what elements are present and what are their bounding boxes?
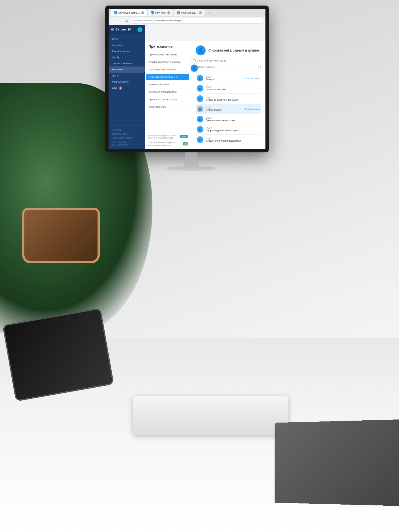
invitation-item-email[interactable]: Email или номер телефона (145, 58, 191, 66)
dept-item-type-3: ОТДЕЛ (206, 107, 242, 109)
dept-panel-title: С привязкой к отделу и группе (208, 48, 259, 52)
invitation-menu: Приглашение по ссылке Email или номер те… (145, 51, 191, 131)
sidebar-footer-help[interactable]: ПОМОЩЬ (112, 128, 141, 132)
dept-item-lendly[interactable]: 👥 ОТДЕЛ Лендли Выбрать отдел (196, 73, 261, 83)
department-panel: 👤 С привязкой к отделу и группе Выбрать … (191, 41, 265, 149)
address-bar[interactable]: b24-eger15.bitrix24.ru/company/vis_struc… (131, 18, 263, 24)
new-tab-button[interactable]: + (207, 10, 212, 15)
dept-search-input[interactable] (196, 64, 259, 70)
dept-item-name-4: Привлечение инвесторов (206, 119, 260, 122)
sidebar-item-contacts[interactable]: Контакты (109, 42, 145, 48)
dept-item-support[interactable]: 👥 ОТДЕЛ Отдел технической поддержки (196, 135, 261, 145)
search-floating-icon[interactable]: 🔍 (191, 56, 198, 63)
dept-item-type-2: ОТДЕЛ (206, 96, 260, 98)
sidebar-header: ☰ Битрикс 24 × (109, 25, 145, 34)
sidebar-footer-site[interactable]: СОЗДАТЬ САЙТ (112, 132, 141, 136)
tab-close-structure[interactable]: × (141, 11, 144, 14)
tab-icon-myplan: 24 (151, 11, 154, 14)
dept-item-info-6: ОТДЕЛ Отдел технической поддержки (206, 137, 260, 142)
dept-search-cursor: | (260, 66, 261, 68)
invitation-item-link[interactable]: Приглашение по ссылке (145, 51, 191, 58)
dept-select-btn-3[interactable]: Выбрать отдел (244, 108, 260, 110)
tab-plan[interactable]: 🌐 Плана внедрения Битрикс... × (174, 9, 204, 16)
dept-item-name-5: Сопровождение инвесторов (206, 129, 260, 132)
registered-count: 4 (183, 142, 188, 145)
dept-item-icon-6: 👥 (197, 136, 203, 143)
invitation-item-ad[interactable]: Active Directory (145, 103, 191, 111)
sidebar-item-meetings[interactable]: Мои собрания (109, 79, 145, 85)
dept-item-type-4: ОТДЕЛ (206, 117, 260, 119)
invitation-bottom: На вашем тарифном плане доступно пользов… (145, 131, 191, 149)
notebook (275, 420, 399, 506)
monitor-stand (181, 152, 201, 166)
invitation-item-dept[interactable]: С привязкой к отделу и г... (146, 74, 189, 80)
keyboard (133, 396, 288, 435)
dept-item-sales[interactable]: 👥 ОТДЕЛ Отдел продаж Выбрать отдел (196, 104, 261, 114)
tab-myplan[interactable]: 24 Мой план × (148, 9, 173, 16)
dept-item-icon-0: 👥 (197, 75, 203, 81)
plan-count: 100 (180, 135, 188, 138)
invitation-item-extranet[interactable]: Экстранет-пользователь (145, 88, 191, 96)
forward-button[interactable]: → (117, 18, 123, 24)
dept-item-marketing[interactable]: 👥 ОТДЕЛ Отдел маркетинга (196, 83, 261, 94)
dept-item-info-1: ОТДЕЛ Отдел маркетинга (206, 86, 260, 91)
dept-item-info-0: ОТДЕЛ Лендли (206, 76, 242, 81)
monitor-screen: 24 Структура компании × 24 Мой план × 🌐 … (109, 9, 265, 149)
sidebar-footer-invite[interactable]: ПРИГЛАСИТЬ СОТРУДНИКОВ (112, 140, 141, 147)
address-text: b24-eger15.bitrix24.ru/company/vis_struc… (133, 19, 182, 22)
dept-item-icon-5: 👥 (197, 126, 203, 133)
sidebar-more-badge: 1 (119, 86, 122, 90)
sidebar-item-tasks[interactable]: Задачи и Проекты (109, 60, 145, 66)
menu-icon: ☰ (111, 28, 114, 32)
sidebar-item-groups[interactable]: Группы (109, 73, 145, 79)
tab-icon-plan: 🌐 (177, 11, 180, 14)
sidebar-footer: ПОМОЩЬ СОЗДАТЬ САЙТ НАСТРОИТЬ МЕНЮ ПРИГЛ… (109, 125, 145, 149)
refresh-button[interactable]: ↻ (124, 18, 130, 24)
user-floating-icon[interactable]: 👤 (191, 65, 198, 72)
dept-item-icon-4: 👥 (197, 116, 203, 122)
monitor-screen-outer: 24 Структура компании × 24 Мой план × 🌐 … (105, 6, 269, 152)
dept-select-btn-0[interactable]: Выбрать отдел (244, 77, 260, 80)
invitation-item-integrator[interactable]: Пригласить интегратора (145, 96, 191, 103)
dept-panel-header: 👤 С привязкой к отделу и группе (196, 45, 261, 55)
plan-label: На вашем тарифном плане доступно пользов… (148, 134, 178, 139)
sidebar-item-lendly[interactable]: Lendly (109, 54, 145, 60)
invitation-item-register[interactable]: Зарегистрировать (145, 81, 191, 88)
dept-item-name-6: Отдел технической поддержки (206, 139, 260, 142)
dept-item-info-2: ОТДЕЛ Отдел по работе с займами (206, 96, 260, 101)
dept-item-icon-1: 👥 (197, 85, 203, 92)
dept-item-info-5: ОТДЕЛ Сопровождение инвесторов (206, 127, 260, 132)
dept-panel-icon: 👤 (196, 45, 206, 55)
sidebar-item-more[interactable]: Ещё 1 (109, 85, 145, 91)
registered-info: Сейчас в вашем Битрикс24 зарегистрирован… (148, 141, 188, 146)
dept-item-name-1: Отдел маркетинга (206, 88, 260, 91)
tab-label-plan: Плана внедрения Битрикс... (181, 11, 198, 14)
sidebar-title: Битрикс 24 (116, 28, 131, 31)
tab-structure[interactable]: 24 Структура компании × (111, 9, 147, 16)
dept-item-info-3: ОТДЕЛ Отдел продаж (206, 107, 242, 111)
tab-close-myplan[interactable]: × (167, 11, 170, 14)
plant-pot (22, 208, 100, 263)
dept-item-name-2: Отдел по работе с займами (206, 98, 260, 101)
plan-info: На вашем тарифном плане доступно пользов… (148, 134, 188, 139)
sidebar-item-company[interactable]: Компания (109, 66, 145, 73)
dept-item-name-0: Лендли (206, 78, 242, 81)
sidebar-close-button[interactable]: × (137, 27, 142, 32)
invitation-item-mass[interactable]: Массовое приглашение (145, 66, 191, 73)
monitor: 24 Структура компании × 24 Мой план × 🌐 … (105, 6, 277, 171)
tab-close-plan[interactable]: × (199, 11, 202, 14)
dept-item-investors-attract[interactable]: 👥 ОТДЕЛ Привлечение инвесторов (196, 114, 261, 124)
dept-item-name-3: Отдел продаж (206, 109, 242, 111)
browser-titlebar: 24 Структура компании × 24 Мой план × 🌐 … (109, 9, 265, 17)
back-button[interactable]: ← (111, 18, 116, 24)
registered-label: Сейчас в вашем Битрикс24 зарегистрирован… (148, 141, 181, 146)
sidebar-footer-menu[interactable]: НАСТРОИТЬ МЕНЮ (112, 136, 141, 140)
dept-list: 👥 ОТДЕЛ Лендли Выбрать отдел 👥 (196, 73, 261, 145)
dept-item-loans[interactable]: 👥 ОТДЕЛ Отдел по работе с займами (196, 94, 261, 104)
sidebar-item-crm[interactable]: CRM (109, 36, 145, 42)
sidebar-item-dev[interactable]: Разработчикам (109, 48, 145, 54)
dept-item-icon-3: 👥 (197, 106, 203, 112)
dept-item-info-4: ОТДЕЛ Привлечение инвесторов (206, 117, 260, 122)
tab-label-structure: Структура компании (118, 11, 140, 14)
dept-item-investors-support[interactable]: 👥 ОТДЕЛ Сопровождение инвесторов (196, 124, 261, 135)
